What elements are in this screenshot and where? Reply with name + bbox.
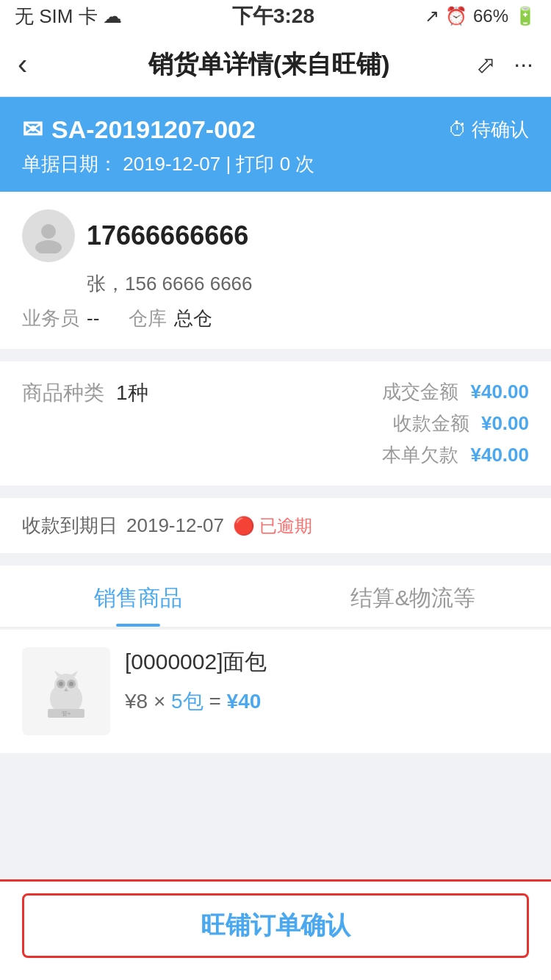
equals-sign: =: [204, 690, 227, 713]
order-id: ✉ SA-20191207-002: [22, 115, 256, 144]
email-icon: ✉: [22, 115, 43, 144]
customer-meta: 业务员 -- 仓库 总仓: [22, 306, 529, 331]
customer-name: 张，156 6666 6666: [22, 271, 529, 297]
date-label: 单据日期：: [22, 153, 118, 175]
page-title: 销货单详情(来自旺铺): [148, 48, 390, 82]
overdue-text: 已逾期: [259, 514, 312, 538]
no-sim-text: 无 SIM 卡 ☁: [15, 4, 122, 29]
product-type-area: 商品种类 1种: [22, 379, 148, 407]
order-date-line: 单据日期： 2019-12-07 | 打印 0 次: [22, 151, 529, 177]
svg-point-1: [35, 240, 62, 253]
confirm-order-button[interactable]: 旺铺订单确认: [22, 893, 529, 958]
product-total: ¥40: [227, 690, 262, 713]
products-section: 管+ [0000002]面包 ¥8 × 5包 = ¥40: [0, 630, 551, 753]
amounts-area: 成交金额 ¥40.00 收款金额 ¥0.00 本单欠款 ¥40.00: [382, 379, 529, 468]
back-button[interactable]: ‹: [18, 48, 62, 81]
product-thumbnail: 管+: [22, 647, 110, 735]
order-date-value: 2019-12-07: [123, 153, 220, 175]
product-item: 管+ [0000002]面包 ¥8 × 5包 = ¥40: [22, 647, 529, 735]
sales-label: 业务员: [22, 306, 79, 331]
due-label: 收款到期日: [22, 513, 118, 538]
product-type-label: 商品种类: [22, 379, 104, 407]
bottom-bar: 旺铺订单确认: [0, 879, 551, 980]
customer-top: 17666666666: [22, 209, 529, 262]
product-info: [0000002]面包 ¥8 × 5包 = ¥40: [125, 647, 529, 716]
clock-icon: ⏱: [448, 118, 467, 141]
tab-settlement-label: 结算&物流等: [350, 586, 475, 610]
tabs-row: 销售商品 结算&物流等: [0, 566, 551, 627]
amount-value-1: ¥0.00: [481, 412, 529, 435]
nav-actions: ⬀ ···: [476, 51, 533, 79]
warehouse-label: 仓库: [129, 306, 167, 331]
svg-text:管+: 管+: [62, 710, 71, 717]
status-time: 下午3:28: [232, 2, 314, 30]
amount-row-0: 成交金额 ¥40.00: [382, 379, 529, 405]
sales-value: --: [87, 307, 99, 330]
amount-label-0: 成交金额: [382, 379, 458, 405]
price-base: ¥8 ×: [125, 690, 171, 713]
battery-text: 66%: [473, 6, 508, 26]
amount-value-0: ¥40.00: [470, 381, 529, 403]
warehouse-value: 总仓: [174, 306, 212, 331]
status-text: 待确认: [472, 117, 529, 143]
svg-point-7: [59, 682, 63, 686]
tab-sales-product[interactable]: 销售商品: [0, 566, 276, 627]
order-banner: ✉ SA-20191207-002 ⏱ 待确认 单据日期： 2019-12-07…: [0, 97, 551, 192]
battery-icon: 🔋: [514, 6, 536, 26]
amount-label-1: 收款金额: [393, 411, 469, 436]
status-right: ↗ ⏰ 66% 🔋: [425, 6, 536, 26]
status-left: 无 SIM 卡 ☁: [15, 4, 122, 29]
due-date-value: 2019-12-07: [126, 514, 224, 537]
product-price: ¥8 × 5包 = ¥40: [125, 688, 529, 716]
print-info: | 打印 0 次: [226, 153, 314, 175]
customer-section: 17666666666 张，156 6666 6666 业务员 -- 仓库 总仓: [0, 192, 551, 350]
customer-phone: 17666666666: [87, 220, 248, 251]
summary-section: 商品种类 1种 成交金额 ¥40.00 收款金额 ¥0.00 本单欠款 ¥40.…: [0, 361, 551, 486]
tabs-section: 销售商品 结算&物流等: [0, 566, 551, 628]
order-status: ⏱ 待确认: [448, 117, 529, 143]
due-date-section: 收款到期日 2019-12-07 🔴 已逾期: [0, 498, 551, 554]
location-icon: ↗: [425, 6, 439, 26]
svg-point-0: [41, 224, 56, 239]
avatar: [22, 209, 75, 262]
amount-row-1: 收款金额 ¥0.00: [393, 411, 529, 436]
summary-row: 商品种类 1种 成交金额 ¥40.00 收款金额 ¥0.00 本单欠款 ¥40.…: [22, 379, 529, 468]
product-type-value: 1种: [116, 379, 148, 407]
product-qty: 5包: [171, 690, 204, 713]
alarm-icon: ⏰: [445, 6, 467, 26]
amount-row-2: 本单欠款 ¥40.00: [382, 442, 529, 468]
warehouse-meta: 仓库 总仓: [129, 306, 212, 331]
tab-settlement[interactable]: 结算&物流等: [276, 566, 551, 627]
tab-sales-label: 销售商品: [94, 586, 182, 610]
share-icon[interactable]: ⬀: [476, 51, 496, 79]
more-icon[interactable]: ···: [514, 51, 533, 78]
order-number: SA-20191207-002: [51, 115, 256, 144]
overdue-badge: 🔴 已逾期: [233, 514, 312, 538]
sales-meta: 业务员 --: [22, 306, 99, 331]
nav-bar: ‹ 销货单详情(来自旺铺) ⬀ ···: [0, 32, 551, 97]
amount-label-2: 本单欠款: [382, 442, 458, 468]
overdue-icon: 🔴: [233, 516, 255, 536]
amount-value-2: ¥40.00: [470, 444, 529, 466]
product-name: [0000002]面包: [125, 647, 529, 677]
banner-top: ✉ SA-20191207-002 ⏱ 待确认: [22, 115, 529, 144]
status-bar: 无 SIM 卡 ☁ 下午3:28 ↗ ⏰ 66% 🔋: [0, 0, 551, 32]
svg-point-8: [69, 682, 73, 686]
